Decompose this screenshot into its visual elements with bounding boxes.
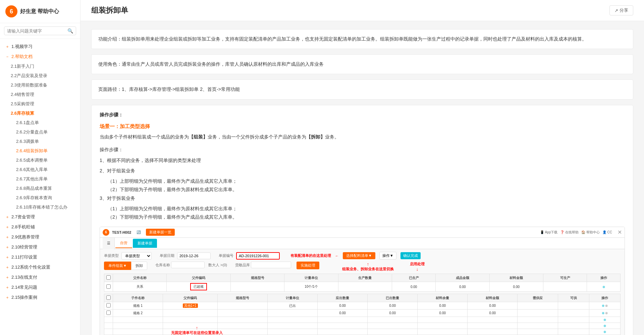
child-check-1[interactable] xyxy=(106,303,111,308)
col-supply: 需供应 xyxy=(518,294,558,302)
child-add-3[interactable]: ⊕ xyxy=(603,318,606,322)
ops-steps-title: 操作步骤： xyxy=(100,145,625,154)
child-spec-1 xyxy=(218,302,268,310)
sidebar-item-2-6-4[interactable]: 2.6.4组装拆卸单 xyxy=(0,146,80,156)
sidebar-item-1[interactable]: ＋ 1.视频学习 xyxy=(0,42,80,52)
child-del-2[interactable]: ⊗ xyxy=(605,311,608,315)
mock-child-row-2: 规格 2 0.00 0.00 0.00 0.00 xyxy=(104,310,621,317)
expand-icon-2-11: ＋ xyxy=(5,255,9,260)
sidebar-item-2-9[interactable]: ＋ 2.9优惠券管理 xyxy=(0,232,80,242)
sidebar-item-2-10[interactable]: ＋ 2.10经营管理 xyxy=(0,242,80,252)
mock-nav-collapse[interactable]: ☰ xyxy=(103,238,115,249)
row-spec xyxy=(231,282,284,292)
mock-remarks-input[interactable] xyxy=(251,262,291,268)
search-input[interactable] xyxy=(7,29,67,34)
step-2: 2、对于组装业务 xyxy=(100,167,625,175)
sidebar-item-2-6-7[interactable]: 2.6.7其他出库单 xyxy=(0,174,80,184)
sidebar-item-2-6-1[interactable]: 2.6.1盘点单 xyxy=(0,118,80,127)
sidebar-item-2-15[interactable]: ＋ 2.15操作案例 xyxy=(0,292,80,302)
sidebar-item-2-6-9[interactable]: 2.6.9库存账本查询 xyxy=(0,193,80,203)
mock-nav: ☰ 自营 新建单据 xyxy=(100,238,625,249)
col-parent-code: 父件编码 xyxy=(167,274,231,282)
col-should-out: 应出数量 xyxy=(318,294,368,302)
mock-select-list-btn[interactable]: 选择配料清单▼ xyxy=(343,252,375,259)
row-parent-name: 关系 xyxy=(113,282,167,292)
mock-child-table-header: 子件名称 父件编码 规格型号 计量单位 应出数量 已出数量 材料余量 材料金额 xyxy=(104,294,621,302)
sidebar-item-2-6-10[interactable]: 2.6.10库存账本错了怎么办 xyxy=(0,203,80,212)
sidebar-item-2-14[interactable]: ＋ 2.14常见问题 xyxy=(0,282,80,292)
child-del-1[interactable]: ⊗ xyxy=(605,304,608,308)
expand-icon: ＋ xyxy=(5,44,9,50)
select-all-check2[interactable] xyxy=(106,295,111,300)
sidebar-item-2-5[interactable]: 2.5采购管理 xyxy=(0,99,80,109)
search-area: 🔍 xyxy=(0,23,80,39)
child-add-1[interactable]: ⊕ xyxy=(602,304,604,308)
sidebar-item-2-6[interactable]: 2.6库存核算 xyxy=(0,109,80,118)
mock-topbar: 6 TEST-H002 🔄 新建单据一览 📱 App下载 ❓ 在线帮助 🏠 帮助… xyxy=(100,227,625,238)
child-check-2[interactable] xyxy=(106,311,111,315)
step-2-sub2: （2）下部明细为子件明细，最终作为原材料生成其它出库单。 xyxy=(108,185,625,194)
mock-more-btn[interactable]: 操作▼ xyxy=(379,252,396,260)
mock-type-select[interactable]: 单据类型 xyxy=(121,252,152,260)
mock-parent-row-1: 关系 已超规 10个/1个 0.00 0.00 0.00 xyxy=(104,282,621,292)
mock-ok-btn[interactable]: 实施处理 xyxy=(297,262,319,269)
row-mat-amt: 0.00 xyxy=(489,282,543,292)
mock-form-row1: 单据类型 单据类型 单据日期 单据编号 有装配清单的在这里处 xyxy=(104,252,621,260)
mock-warehouse-input[interactable] xyxy=(171,262,205,268)
share-button[interactable]: ↗ 分享 xyxy=(609,5,633,15)
sidebar-item-2-6-6[interactable]: 2.6.6其他入库单 xyxy=(0,165,80,174)
mock-new-btn[interactable]: 新建单据一览 xyxy=(146,229,175,236)
annotation-2-text: 组装业务、拆卸业务在这里切换 xyxy=(342,267,394,272)
child-name-1: 规格 1 xyxy=(113,302,163,310)
child-avail-1 xyxy=(558,302,589,310)
row-prod-qty xyxy=(338,282,392,292)
step-list: 1、根据不同的业务，选择不同单据的类型来处理 2、对于组装业务 （1）上部明细为… xyxy=(100,156,625,221)
expand-icon-2-10: ＋ xyxy=(5,244,9,250)
mock-type-label: 单据类型 xyxy=(104,253,119,258)
child-add-2[interactable]: ⊕ xyxy=(602,311,604,315)
sidebar-item-2-1[interactable]: 2.1新手入门 xyxy=(0,62,80,71)
sidebar-item-2-2[interactable]: 2.2产品安装及登录 xyxy=(0,71,80,80)
sidebar-item-2-6-3[interactable]: 2.6.3调拨单 xyxy=(0,137,80,146)
sidebar-item-2-6-2[interactable]: 2.6.2分量盘点单 xyxy=(0,127,80,137)
col-actions: 操作 xyxy=(587,274,621,282)
child-add-4[interactable]: ⊕ xyxy=(603,324,606,328)
row-check-1[interactable] xyxy=(106,284,111,289)
mock-tab-new[interactable]: 新建单据 xyxy=(133,239,157,248)
mock-close-icon[interactable]: ✕ xyxy=(618,229,622,235)
sidebar-item-2[interactable]: － 2.帮助文档 xyxy=(0,52,80,62)
intro-text-1: 功能介绍：组装拆卸单用来处理企业组装或拆卸等加工业务，支持有固定装配清单的产品加… xyxy=(98,36,587,42)
sidebar-item-2-4[interactable]: 2.4销售管理 xyxy=(0,90,80,99)
row-add-icon[interactable]: ⊕ xyxy=(602,285,605,289)
col-prod-qty: 生产数量 xyxy=(338,274,392,282)
mock-assemble-tab[interactable]: 单件组装▼ xyxy=(104,262,131,270)
col-check2 xyxy=(104,294,113,302)
expand-icon-2-12: ＋ xyxy=(5,265,9,270)
sidebar-item-2-8[interactable]: ＋ 2.8手机旺铺 xyxy=(0,222,80,232)
mock-parent-table: 父件名称 父件编码 规格型号 计量单位 生产数量 已生产 成品金额 材料金额 可 xyxy=(104,274,621,292)
mock-confirm-btn[interactable]: 确认完成 xyxy=(400,252,421,259)
col-actual-out: 已出数量 xyxy=(368,294,418,302)
mock-num-label: 单据编号 xyxy=(219,253,233,258)
select-all-check[interactable] xyxy=(106,275,111,280)
sidebar-item-2-12[interactable]: ＋ 2.12系统个性化设置 xyxy=(0,262,80,272)
sidebar-item-2-3[interactable]: 2.3使用前数据准备 xyxy=(0,80,80,90)
mock-num-input[interactable] xyxy=(236,252,280,260)
mock-tab-ziying[interactable]: 自营 xyxy=(115,238,132,248)
sidebar-item-2-6-5[interactable]: 2.6.5成本调整单 xyxy=(0,156,80,165)
search-icon[interactable]: 🔍 xyxy=(67,28,73,34)
mock-date-input[interactable] xyxy=(177,253,211,259)
annotation-3-container: 启用处理 ↓ xyxy=(410,262,425,272)
sidebar-item-2-7[interactable]: ＋ 2.7资金管理 xyxy=(0,212,80,222)
child-add-5[interactable]: ⊕ xyxy=(603,330,606,334)
annotation-4-container: ↑ 无固定清单可在这些位置里录入 xyxy=(171,325,223,335)
mock-disassemble-tab[interactable]: 拆卸 xyxy=(131,262,147,270)
mock-upper-table: 父件名称 父件编码 规格型号 计量单位 生产数量 已生产 成品金额 材料金额 可 xyxy=(104,274,621,292)
child-should-1: 0.00 xyxy=(318,302,368,310)
mock-apps-icon: 📱 App下载 xyxy=(540,230,557,235)
row-prod-amt: 0.00 xyxy=(436,282,489,292)
search-box[interactable]: 🔍 xyxy=(4,26,76,35)
sidebar-item-2-11[interactable]: ＋ 2.11打印设置 xyxy=(0,252,80,262)
sidebar-item-2-13[interactable]: ＋ 2.13在线支付 xyxy=(0,272,80,282)
sidebar-item-2-6-8[interactable]: 2.6.8商品成本重算 xyxy=(0,184,80,193)
